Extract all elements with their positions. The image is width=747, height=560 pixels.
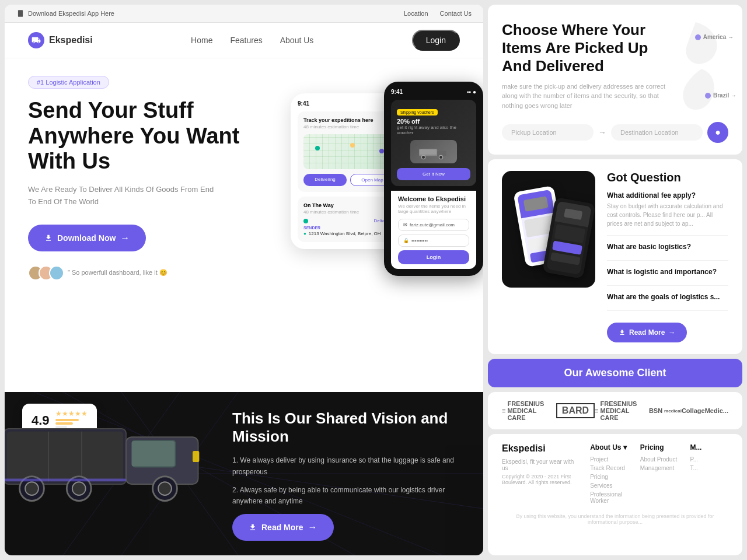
onway-sub: 48 minutes estimation time	[303, 209, 395, 215]
footer-section: Ekspedisi Ekspedisi, fit your wear with …	[488, 434, 742, 555]
footer-grid: Ekspedisi Ekspedisi, fit your wear with …	[502, 443, 728, 506]
mission-title: This Is Our Shared Vision and Mission	[232, 410, 460, 446]
faq-question-2[interactable]: What are basic logistics?	[607, 243, 728, 251]
footer-col-pricing: Pricing About Product Management	[640, 443, 679, 506]
hero-title: Send Your Stuff Anywhere You Want With U…	[28, 98, 273, 174]
logo-bsn: BSN medical	[649, 407, 682, 414]
client-title: Our Awesome Client	[502, 367, 728, 379]
footer-link-p[interactable]: P...	[690, 456, 728, 463]
america-dot	[695, 34, 701, 40]
svg-rect-0	[18, 10, 23, 17]
mini-dark-screen	[546, 201, 592, 275]
faq-content: Got Question What additional fee apply? …	[607, 171, 728, 342]
faq-item-2: What are basic logistics?	[607, 243, 728, 261]
read-more-button[interactable]: Read More →	[607, 323, 687, 342]
footer-link-services[interactable]: Services	[590, 482, 629, 489]
arrow-separator: →	[598, 128, 606, 137]
pick-section: Choose Where Your Items Are Picked Up An…	[488, 5, 742, 155]
footer-link-track[interactable]: Track Record	[590, 465, 629, 471]
footer-col-misc: M... P... T...	[690, 443, 728, 506]
phones-image	[502, 171, 595, 288]
logo-bard: BARD	[556, 403, 595, 418]
nav-logo: Ekspedisi	[28, 32, 93, 48]
download-label: Download Ekspedisi App Here	[28, 10, 114, 17]
email-field[interactable]: ✉ fariz.cute@gmail.com	[398, 219, 469, 231]
shipping-sub: get it right away and also the voucher	[397, 125, 470, 135]
arrow-icon: →	[120, 233, 130, 243]
login-section: Welcome to Ekspedisi We deliver the item…	[391, 191, 476, 269]
footer-bottom: By using this website, you understand th…	[502, 513, 728, 525]
get-it-btn[interactable]: Get It Now	[397, 168, 470, 180]
brand-name: Ekspedisi	[49, 35, 93, 46]
svg-point-26	[158, 482, 172, 495]
login-btn[interactable]: Login	[398, 250, 469, 264]
read-more-button[interactable]: Read More →	[232, 514, 334, 541]
footer-link-pricing[interactable]: Pricing	[590, 474, 629, 480]
top-bar: Download Ekspedisi App Here Location Con…	[5, 5, 483, 23]
phone-3d-mockup	[502, 171, 595, 288]
truck-svg	[5, 407, 215, 506]
brazil-dot	[705, 93, 711, 99]
hero-badge: #1 Logistic Application	[28, 76, 109, 89]
nav-features[interactable]: Features	[230, 36, 262, 45]
svg-point-5	[439, 155, 442, 159]
nav-about[interactable]: About Us	[280, 36, 314, 45]
mission-content: This Is Our Shared Vision and Mission 1.…	[232, 410, 460, 555]
faq-question-3[interactable]: What is logistic and importance?	[607, 268, 728, 276]
map-area: America → Brazil →	[655, 16, 736, 135]
login-button[interactable]: Login	[412, 30, 460, 51]
america-pin: America →	[695, 34, 734, 40]
onway-title: On The Way	[303, 202, 395, 208]
client-section: Our Awesome Client	[488, 359, 742, 387]
location-link[interactable]: Location	[404, 10, 428, 17]
phone-dark: 9:41 ▪▪ ● Shipping vouchers 20% off get …	[384, 82, 483, 276]
track-title: Track your expeditions here	[303, 117, 395, 123]
footer-tagline: Ekspedisi, fit your wear with us	[502, 459, 578, 471]
faq-section: Got Question What additional fee apply? …	[488, 159, 742, 354]
svg-rect-15	[7, 432, 124, 482]
footer-col-about: About Us ▾ Project Track Record Pricing …	[590, 443, 629, 506]
svg-rect-20	[132, 441, 175, 467]
logo-collage: CollageMedic...	[682, 407, 728, 414]
footer-col-about-title: About Us ▾	[590, 443, 629, 452]
map-placeholder	[303, 134, 395, 169]
read-more-label: Read More	[261, 523, 303, 532]
dark-time: 9:41 ▪▪ ●	[391, 89, 476, 95]
download-button[interactable]: Download Now →	[28, 225, 146, 251]
logo-icon	[28, 32, 44, 48]
onway-status: Delivering	[303, 218, 395, 223]
footer-brand-title: Ekspedisi	[502, 443, 578, 454]
contact-link[interactable]: Contact Us	[440, 10, 472, 17]
map-dot-yellow	[350, 143, 355, 148]
footer-link-about-product[interactable]: About Product	[640, 456, 679, 463]
pick-sub: make sure the pick-up and delivery addre…	[502, 82, 677, 111]
faq-question-1[interactable]: What additional fee apply?	[607, 191, 728, 200]
faq-title: Got Question	[607, 171, 728, 184]
faq-question-4[interactable]: What are the goals of logistics s...	[607, 293, 728, 301]
faq-item-1: What additional fee apply? Stay on budge…	[607, 191, 728, 236]
brazil-label: Brazil →	[713, 92, 736, 99]
logo-fresenius-2: ≡ FRESENIUSMEDICAL CARE	[595, 400, 649, 421]
read-more-label: Read More	[629, 328, 665, 337]
shipping-badge: Shipping vouchers	[397, 109, 438, 116]
mission-item-1: 1. We always deliver by using insurance …	[232, 455, 460, 477]
delivering-btn[interactable]: Delivering	[303, 174, 347, 186]
footer-brand: Ekspedisi Ekspedisi, fit your wear with …	[502, 443, 578, 506]
faq-item-3: What is logistic and importance?	[607, 268, 728, 286]
avatar-stack	[28, 265, 64, 281]
track-btn-row: Delivering Open Map	[303, 174, 395, 186]
truck-icon	[410, 140, 457, 163]
top-bar-right: Location Contact Us	[404, 10, 472, 17]
avatar-3	[49, 265, 64, 281]
footer-link-professional[interactable]: Professional Worker	[590, 491, 629, 504]
footer-link-project[interactable]: Project	[590, 456, 629, 463]
phone-mockups: 9:41 ▪▪ ● Track your expeditions here 48…	[279, 93, 483, 338]
password-field[interactable]: 🔒 ••••••••••	[398, 235, 469, 247]
footer-link-management[interactable]: Management	[640, 465, 679, 471]
mission-item-2: 2. Always safe by being able to communic…	[232, 485, 460, 507]
nav-home[interactable]: Home	[191, 36, 212, 45]
track-sub: 48 minutes estimation time	[303, 124, 395, 130]
pickup-input[interactable]: Pickup Location	[502, 124, 594, 141]
shipping-card: Shipping vouchers 20% off get it right a…	[391, 100, 476, 186]
footer-link-t[interactable]: T...	[690, 465, 728, 471]
